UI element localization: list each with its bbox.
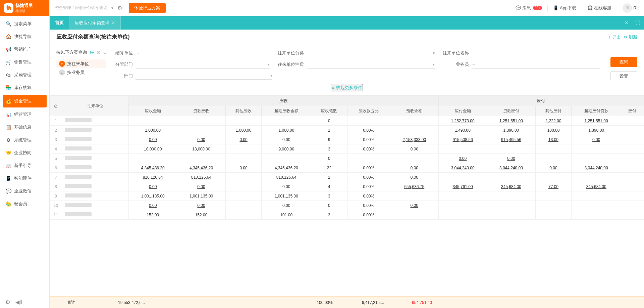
row-pay-loan[interactable]: 0.00 bbox=[487, 154, 535, 163]
header-app-download[interactable]: 📱 App下载 bbox=[553, 5, 576, 11]
dept-arrow[interactable]: ▾ bbox=[270, 73, 272, 78]
export-btn[interactable]: ↑ 导出 bbox=[609, 34, 621, 40]
header-messages[interactable]: 💬 消息 99+ bbox=[516, 5, 542, 11]
header-gear-icon[interactable]: ⚙ bbox=[117, 5, 122, 11]
sidebar-item-sales[interactable]: 🛒 销售管理 bbox=[0, 56, 49, 69]
row-rec-loan[interactable]: 1,001,135.00 bbox=[177, 191, 225, 201]
row-rec-amount[interactable]: 4,345,436.20 bbox=[128, 163, 177, 173]
partner-name-input[interactable] bbox=[472, 50, 600, 55]
row-rec-amount[interactable]: 0.00 bbox=[128, 182, 177, 191]
filter-collapse-btn[interactable]: ∧ 收起更多条件 bbox=[331, 84, 363, 91]
refresh-btn[interactable]: ↺ 刷新 bbox=[624, 34, 637, 40]
query-option-salesperson[interactable]: ⊙ 按业务员 bbox=[56, 68, 106, 77]
settlement-dots[interactable]: ··· bbox=[136, 50, 139, 55]
tab-expand-icon[interactable]: ⛶ bbox=[635, 20, 640, 26]
row-rec-loan[interactable]: 0.00 bbox=[177, 201, 225, 210]
sidebar-item-wechat[interactable]: 💬 企业微信 bbox=[0, 185, 49, 197]
partner-nature-arrow[interactable]: ▾ bbox=[433, 62, 435, 67]
sidebar-item-label: 库存核算 bbox=[14, 85, 32, 91]
row-rec-loan[interactable]: 18,000.00 bbox=[177, 144, 225, 154]
collapse-footer-icon[interactable]: ◀II bbox=[15, 299, 22, 305]
sidebar-item-collab[interactable]: 🤝 企业协同 bbox=[0, 146, 49, 159]
table-settings-icon[interactable]: ⚙ bbox=[54, 103, 58, 109]
sidebar-item-basics[interactable]: 📋 基础信息 bbox=[0, 121, 49, 134]
row-pay-loan[interactable]: 1,251,551.00 bbox=[487, 116, 535, 126]
sidebar-item-operations[interactable]: 📊 经营管理 bbox=[0, 108, 49, 121]
row-pay-amount[interactable]: 1,490.00 bbox=[438, 126, 487, 135]
row-pay-amount[interactable]: 915,508.56 bbox=[438, 135, 487, 144]
setting-btn[interactable]: 设置 bbox=[610, 71, 637, 81]
sidebar-item-quicknav[interactable]: 🏠 快捷导航 bbox=[0, 30, 49, 43]
row-pay-overdue[interactable]: 345,684.00 bbox=[572, 182, 621, 191]
sidebar-item-system[interactable]: ⚙ 系统管理 bbox=[0, 134, 49, 146]
sidebar-item-hardware[interactable]: 📱 智能硬件 bbox=[0, 172, 49, 185]
tab-query[interactable]: 应收应付余额查询 ✕ bbox=[69, 16, 121, 30]
dept-manager-arrow[interactable]: ▾ bbox=[268, 62, 270, 67]
filter-add-btn[interactable]: ⊕ bbox=[90, 49, 94, 55]
header-online-service[interactable]: 🎧 在线客服 bbox=[587, 5, 611, 11]
row-rec-amount[interactable]: 0.00 bbox=[128, 201, 177, 210]
row-pay-loan[interactable]: 345,684.00 bbox=[487, 182, 535, 191]
sidebar-item-guide[interactable]: 📖 新手引导 bbox=[0, 159, 49, 172]
row-rec-overdue: 0.00 bbox=[262, 182, 311, 191]
header-user[interactable]: 图 Rit bbox=[623, 3, 639, 13]
row-pay-other[interactable]: 0.00 bbox=[535, 163, 572, 173]
row-pay-other[interactable]: 13.00 bbox=[535, 135, 572, 144]
row-rec-other[interactable]: 0.00 bbox=[225, 163, 262, 173]
row-pay-other[interactable]: 1,222.00 bbox=[535, 116, 572, 126]
row-pay-other[interactable]: 100.00 bbox=[535, 126, 572, 135]
row-rec-advance[interactable]: 0.00 bbox=[390, 144, 438, 154]
salesperson-dots[interactable]: ··· bbox=[472, 62, 475, 67]
header-dropdown-icon[interactable]: ▾ bbox=[111, 6, 113, 10]
row-pay-loan[interactable]: 3,044,240.00 bbox=[487, 163, 535, 173]
row-rec-advance[interactable]: 0.00 bbox=[390, 201, 438, 210]
row-rec-other[interactable]: 0.00 bbox=[225, 135, 262, 144]
sidebar-item-purchase[interactable]: 🛍 采购管理 bbox=[0, 69, 49, 81]
tab-home[interactable]: 首页 bbox=[50, 16, 69, 30]
table-container[interactable]: ⚙ 往来单位 应收 应付 应收金额 贷款应收 其他应收 超期应收金额 应收笔数 … bbox=[50, 96, 644, 296]
filter-collapse-icon[interactable]: « bbox=[103, 50, 106, 55]
partner-category-arrow[interactable]: ▾ bbox=[433, 51, 435, 55]
row-pay-other[interactable]: 77.00 bbox=[535, 182, 572, 191]
row-rec-amount[interactable]: 1,000.00 bbox=[128, 126, 177, 135]
filter-settings-icon[interactable]: ⊙ bbox=[97, 50, 101, 55]
row-rec-amount[interactable]: 810,126.64 bbox=[128, 173, 177, 182]
col-settings[interactable]: ⚙ bbox=[50, 96, 62, 116]
row-rec-amount[interactable]: 0.00 bbox=[128, 135, 177, 144]
query-option-partner[interactable]: ⊙ 按往来单位 bbox=[56, 59, 106, 68]
row-rec-amount[interactable]: 18,000.00 bbox=[128, 144, 177, 154]
row-rec-loan[interactable]: 0.00 bbox=[177, 182, 225, 191]
row-rec-amount[interactable]: 1,001,135.00 bbox=[128, 191, 177, 201]
row-rec-advance[interactable]: 0.00 bbox=[390, 173, 438, 182]
row-pay-loan[interactable]: 1,390.00 bbox=[487, 126, 535, 135]
row-pay-overdue[interactable]: 0.00 bbox=[572, 135, 621, 144]
row-pay-overdue[interactable]: 1,251,551.00 bbox=[572, 116, 621, 126]
row-pay-overdue[interactable]: 3,044,240.00 bbox=[572, 163, 621, 173]
row-rec-advance[interactable]: 0.00 bbox=[390, 163, 438, 173]
sidebar-item-inventory[interactable]: 🏪 库存核算 bbox=[0, 81, 49, 94]
settings-footer-icon[interactable]: ⚙ bbox=[5, 299, 10, 305]
sidebar-item-member[interactable]: 👑 畅会员 bbox=[0, 197, 49, 210]
row-pay-amount[interactable]: 3,044,240.00 bbox=[438, 163, 487, 173]
row-pay-amount[interactable]: 1,252,773.00 bbox=[438, 116, 487, 126]
sidebar-item-finance[interactable]: 💰 资金管理 bbox=[3, 95, 47, 107]
row-rec-loan[interactable]: 0.00 bbox=[177, 135, 225, 144]
sidebar-item-search[interactable]: 🔍 搜索菜单 bbox=[0, 17, 49, 30]
row-pay-amount[interactable]: 0.00 bbox=[438, 154, 487, 163]
row-rec-other[interactable]: 1,000.00 bbox=[225, 126, 262, 135]
row-pay-overdue[interactable]: 1,390.00 bbox=[572, 126, 621, 135]
query-btn[interactable]: 查询 bbox=[610, 57, 637, 67]
row-pay-amount[interactable]: 345,761.00 bbox=[438, 182, 487, 191]
row-rec-advance[interactable]: 2,153,333.00 bbox=[390, 135, 438, 144]
row-rec-loan[interactable]: 810,126.64 bbox=[177, 173, 225, 182]
row-rec-loan[interactable]: 152.00 bbox=[177, 210, 225, 220]
row-rec-loan[interactable]: 4,345,436.20 bbox=[177, 163, 225, 173]
sidebar-item-marketing[interactable]: 📢 营销推广 bbox=[0, 43, 49, 56]
row-rec-other bbox=[225, 144, 262, 154]
tab-close-icon[interactable]: ✕ bbox=[112, 20, 115, 25]
tab-close-all-icon[interactable]: ✕ bbox=[625, 20, 633, 26]
row-rec-advance[interactable]: 655,636.75 bbox=[390, 182, 438, 191]
row-pay-loan[interactable]: 915,495.56 bbox=[487, 135, 535, 144]
row-rec-amount[interactable]: 152.00 bbox=[128, 210, 177, 220]
trial-btn[interactable]: 体验行业方案 bbox=[129, 3, 166, 13]
